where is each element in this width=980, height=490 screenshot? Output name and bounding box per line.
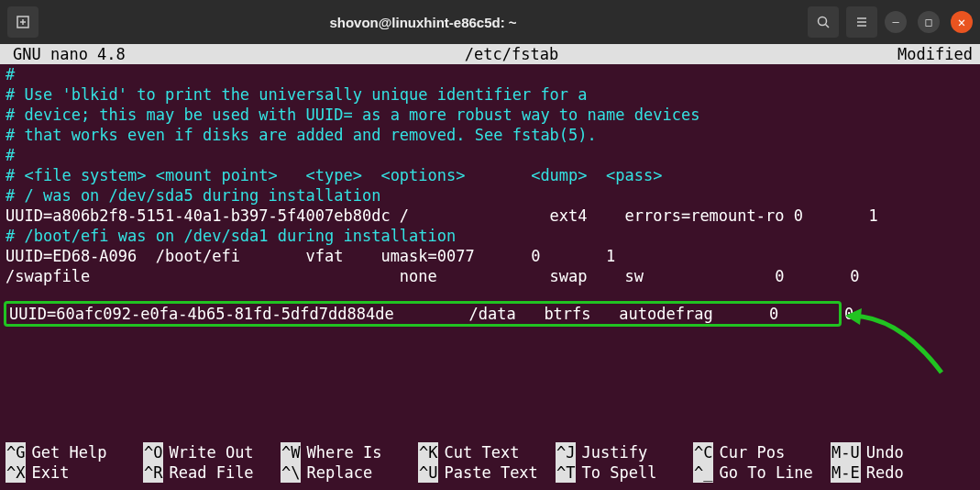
shortcut-item: ^XExit [6,462,143,483]
editor-line: UUID=ED68-A096 /boot/efi vfat umask=0077… [6,246,974,266]
new-tab-button[interactable] [7,6,39,38]
editor-line: # [6,64,974,84]
editor-line: # [6,145,974,165]
highlighted-line: UUID=60afc092-e0fa-4b65-81fd-5dfd7dd884d… [4,301,842,327]
shortcut-key: ^R [143,462,163,483]
editor-area[interactable]: ## Use 'blkid' to print the universally … [0,64,980,286]
minimize-button[interactable]: — [885,11,907,33]
search-icon [816,15,831,29]
nano-shortcuts: ^GGet Help^OWrite Out^WWhere Is^KCut Tex… [6,442,974,483]
shortcut-label: Redo [866,462,904,483]
editor-line: # /boot/efi was on /dev/sda1 during inst… [6,226,974,246]
shortcut-item: ^OWrite Out [143,442,281,462]
shortcut-label: Write Out [169,442,253,462]
nano-version: GNU nano 4.8 [4,44,126,64]
editor-line: # / was on /dev/sda5 during installation [6,185,974,206]
shortcut-item: ^\Replace [281,462,418,483]
maximize-button[interactable]: □ [918,11,940,33]
shortcut-label: Cur Pos [719,442,785,462]
shortcut-key: ^O [143,442,163,462]
new-tab-icon [16,15,30,29]
shortcut-key: ^X [6,462,26,483]
shortcut-item: M-UUndo [831,442,968,462]
shortcut-key: ^\ [281,462,301,483]
shortcut-row: ^GGet Help^OWrite Out^WWhere Is^KCut Tex… [6,442,974,462]
highlighted-line-text: UUID=60afc092-e0fa-4b65-81fd-5dfd7dd884d… [9,304,853,324]
shortcut-item: ^TTo Spell [556,462,693,483]
nano-modified-status: Modified [897,44,976,64]
shortcut-key: M-U [831,442,861,462]
shortcut-label: Exit [31,462,69,483]
shortcut-key: ^T [556,462,576,483]
editor-line: # <file system> <mount point> <type> <op… [6,165,974,185]
shortcut-key: ^C [693,442,713,462]
shortcut-key: ^K [418,442,438,462]
search-button[interactable] [808,6,839,38]
shortcut-item: ^GGet Help [6,442,143,462]
shortcut-label: Paste Text [444,462,537,483]
shortcut-item: ^WWhere Is [281,442,418,462]
shortcut-label: Go To Line [719,462,812,483]
shortcut-key: ^U [418,462,438,483]
maximize-icon: □ [925,16,931,28]
editor-line: UUID=a806b2f8-5151-40a1-b397-5f4007eb80d… [6,206,974,226]
annotation-arrow-icon [845,308,955,382]
close-icon: ✕ [958,15,965,29]
nano-filename: /etc/fstab [126,44,897,64]
shortcut-label: Justify [581,442,647,462]
svg-line-4 [826,25,830,28]
shortcut-item: ^KCut Text [418,442,556,462]
minimize-icon: — [892,16,898,28]
shortcut-label: Get Help [31,442,106,462]
close-button[interactable]: ✕ [951,11,973,33]
shortcut-key: ^G [6,442,26,462]
shortcut-item: ^JJustify [556,442,693,462]
shortcut-label: Cut Text [444,442,519,462]
titlebar: shovon@linuxhint-e86c5d: ~ — □ ✕ [0,0,980,44]
shortcut-item: M-ERedo [831,462,968,483]
svg-marker-8 [845,308,862,325]
shortcut-label: Where Is [306,442,381,462]
shortcut-item: ^RRead File [143,462,281,483]
window-title: shovon@linuxhint-e86c5d: ~ [46,15,800,30]
shortcut-label: Replace [306,462,372,483]
svg-point-3 [819,17,827,26]
shortcut-label: Undo [866,442,904,462]
editor-line: # device; this may be used with UUID= as… [6,105,974,125]
shortcut-item: ^UPaste Text [418,462,556,483]
shortcut-key: ^W [281,442,301,462]
menu-button[interactable] [846,6,877,38]
hamburger-icon [854,15,869,29]
shortcut-row: ^XExit^RRead File^\Replace^UPaste Text^T… [6,462,974,483]
nano-header: GNU nano 4.8 /etc/fstab Modified [0,44,980,64]
shortcut-item: ^_Go To Line [693,462,831,483]
shortcut-key: ^_ [693,462,713,483]
shortcut-item: ^CCur Pos [693,442,831,462]
shortcut-label: Read File [169,462,253,483]
editor-line: # Use 'blkid' to print the universally u… [6,84,974,105]
editor-line: /swapfile none swap sw 0 0 [6,266,974,286]
shortcut-key: M-E [831,462,861,483]
shortcut-label: To Spell [581,462,656,483]
editor-line: # that works even if disks are added and… [6,125,974,145]
shortcut-key: ^J [556,442,576,462]
